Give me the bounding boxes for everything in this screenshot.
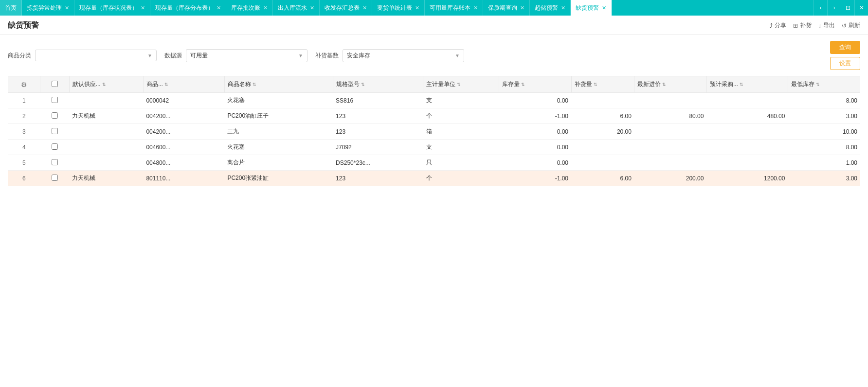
row-index: 6 (8, 171, 40, 186)
nav-tab-8[interactable]: 可用量库存账本✕ (425, 0, 483, 16)
row-checkbox[interactable] (52, 112, 58, 119)
row-forecast-purchase: 480.00 (706, 108, 788, 124)
row-supplier: 力天机械 (69, 108, 143, 124)
row-checkbox[interactable] (52, 128, 58, 134)
share-btn[interactable]: ⤴ 分享 (770, 21, 786, 30)
nav-tab-10[interactable]: 超储预警✕ (530, 0, 571, 16)
nav-tab-close[interactable]: ✕ (520, 5, 524, 11)
nav-tab-close[interactable]: ✕ (65, 5, 69, 11)
row-checkbox-cell (40, 93, 69, 108)
row-unit: 个 (423, 171, 499, 186)
nav-tab-0[interactable]: 首页 (0, 0, 22, 16)
nav-tab-5[interactable]: 出入库流水✕ (273, 0, 320, 16)
nav-tab-close[interactable]: ✕ (310, 5, 314, 11)
sort-replenish[interactable]: 补货量 ⇅ (575, 80, 632, 88)
query-button[interactable]: 查询 (830, 41, 860, 54)
column-settings[interactable]: ⚙ (8, 76, 40, 93)
nav-tab-close[interactable]: ✕ (362, 5, 367, 11)
category-label: 商品分类 (8, 52, 31, 60)
sort-min-stock[interactable]: 最低库存 ⇅ (791, 80, 857, 88)
nav-restore-btn[interactable]: ⊡ (841, 0, 854, 16)
row-replenish: 6.00 (571, 171, 634, 186)
sort-forecast[interactable]: 预计采购... ⇅ (710, 80, 785, 88)
nav-tab-close[interactable]: ✕ (415, 5, 419, 11)
row-sku: 801110... (143, 171, 224, 186)
nav-tab-11[interactable]: 缺货预警✕ (571, 0, 612, 16)
sort-spec[interactable]: 规格型号 ⇅ (336, 80, 420, 88)
nav-tab-close[interactable]: ✕ (141, 5, 145, 11)
sort-name[interactable]: 商品名称 ⇅ (228, 80, 330, 88)
row-forecast-purchase: 1200.00 (706, 171, 788, 186)
table-row: 5 004800... 离合片 DS250*23c... 只 0.00 1.00 (8, 155, 860, 171)
sort-supplier[interactable]: 默认供应... ⇅ (72, 80, 140, 88)
settings-button[interactable]: 设置 (830, 57, 860, 70)
top-nav: 首页拣货异常处理✕现存量（库存状况表）✕现存量（库存分布表）✕库存批次账✕出入库… (0, 0, 868, 16)
chevron-down-icon: ▼ (147, 53, 152, 58)
table-header-row: ⚙ 默认供应... ⇅ 商品... ⇅ (8, 76, 860, 93)
row-stock: 0.00 (499, 140, 571, 155)
share-icon: ⤴ (770, 22, 773, 29)
select-all-checkbox[interactable] (52, 81, 58, 87)
header-actions: ⤴ 分享 ⊞ 补货 ↓ 导出 ↺ 刷新 (770, 21, 860, 30)
row-supplier: 力天机械 (69, 171, 143, 186)
nav-next-btn[interactable]: › (827, 0, 841, 16)
nav-tab-1[interactable]: 拣货异常处理✕ (22, 0, 74, 16)
row-stock: 0.00 (499, 124, 571, 140)
nav-tabs-container: 首页拣货异常处理✕现存量（库存状况表）✕现存量（库存分布表）✕库存批次账✕出入库… (0, 0, 612, 16)
export-btn[interactable]: ↓ 导出 (818, 21, 835, 30)
sort-icon-10: ⇅ (816, 82, 820, 87)
sort-stock[interactable]: 库存量 ⇅ (502, 80, 568, 88)
data-table: ⚙ 默认供应... ⇅ 商品... ⇅ (8, 76, 860, 186)
row-stock: -1.00 (499, 108, 571, 124)
table-container: ⚙ 默认供应... ⇅ 商品... ⇅ (0, 76, 868, 186)
sort-sku[interactable]: 商品... ⇅ (146, 80, 221, 88)
replenish-base-select[interactable]: 安全库存 ▼ (343, 49, 464, 62)
sort-icon-5: ⇅ (457, 82, 461, 87)
nav-tab-6[interactable]: 收发存汇总表✕ (320, 0, 372, 16)
row-min-stock: 8.00 (788, 140, 860, 155)
replenish-btn[interactable]: ⊞ 补货 (793, 21, 812, 30)
sort-unit[interactable]: 主计量单位 ⇅ (426, 80, 496, 88)
nav-tab-close[interactable]: ✕ (473, 5, 478, 11)
row-checkbox-cell (40, 155, 69, 171)
row-min-stock: 10.00 (788, 124, 860, 140)
category-select[interactable]: ▼ (35, 50, 157, 61)
row-latest-price (634, 155, 706, 171)
row-sku: 004800... (143, 155, 224, 171)
row-unit: 只 (423, 155, 499, 171)
row-name: 火花塞 (224, 93, 333, 108)
price-col-label: 最新进价 (637, 80, 661, 88)
nav-tab-2[interactable]: 现存量（库存状况表）✕ (74, 0, 150, 16)
nav-tab-close[interactable]: ✕ (217, 5, 221, 11)
nav-tab-9[interactable]: 保质期查询✕ (483, 0, 530, 16)
sort-price[interactable]: 最新进价 ⇅ (637, 80, 703, 88)
row-sku: 004200... (143, 108, 224, 124)
nav-tab-label: 超储预警 (535, 4, 558, 12)
gear-icon[interactable]: ⚙ (21, 81, 27, 88)
nav-tab-label: 出入库流水 (278, 4, 307, 12)
row-checkbox[interactable] (52, 97, 58, 103)
refresh-btn[interactable]: ↺ 刷新 (842, 21, 860, 30)
row-checkbox[interactable] (52, 159, 58, 165)
replenish-base-filter: 补货基数 安全库存 ▼ (315, 49, 464, 62)
col-header-spec: 规格型号 ⇅ (333, 76, 423, 93)
refresh-icon: ↺ (842, 22, 847, 29)
row-supplier (69, 124, 143, 140)
nav-close-btn[interactable]: ✕ (854, 0, 868, 16)
nav-tab-close[interactable]: ✕ (602, 5, 606, 11)
nav-prev-btn[interactable]: ‹ (814, 0, 827, 16)
row-checkbox[interactable] (52, 175, 58, 181)
nav-tab-4[interactable]: 库存批次账✕ (226, 0, 273, 16)
sku-col-label: 商品... (146, 80, 163, 88)
sort-icon-8: ⇅ (662, 82, 666, 87)
page-header: 缺货预警 ⤴ 分享 ⊞ 补货 ↓ 导出 ↺ 刷新 (0, 16, 868, 35)
datasource-select[interactable]: 可用量 ▼ (186, 49, 307, 62)
row-checkbox[interactable] (52, 143, 58, 150)
col-header-replenish: 补货量 ⇅ (571, 76, 634, 93)
min-stock-col-label: 最低库存 (791, 80, 814, 88)
nav-tab-close[interactable]: ✕ (263, 5, 268, 11)
nav-tab-7[interactable]: 要货单统计表✕ (372, 0, 425, 16)
col-header-checkbox (40, 76, 69, 93)
nav-tab-close[interactable]: ✕ (561, 5, 565, 11)
nav-tab-3[interactable]: 现存量（库存分布表）✕ (150, 0, 226, 16)
